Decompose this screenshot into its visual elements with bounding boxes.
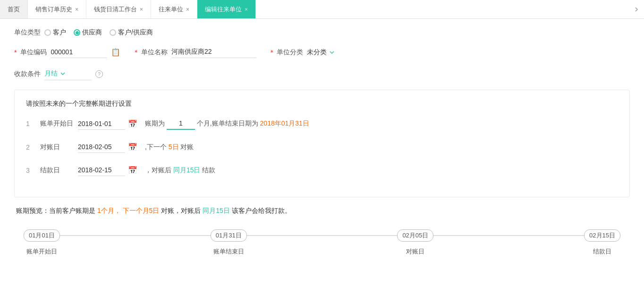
unit-classify-select[interactable]: 未分类 bbox=[307, 48, 335, 57]
payment-term-value: 月结 bbox=[44, 69, 58, 78]
unit-name-input[interactable] bbox=[171, 46, 256, 58]
setting-desc-1: 账期为 个月,账单结束日期为 2018年01月31日 bbox=[145, 118, 309, 130]
desc-prefix-3: ，对账后 bbox=[145, 166, 171, 174]
setting-date-3[interactable] bbox=[78, 164, 125, 176]
setting-desc-3: ，对账后 同月15日 结款 bbox=[145, 166, 215, 175]
radio-supplier[interactable]: 供应商 bbox=[74, 28, 102, 37]
calendar-icon-3[interactable]: 📅 bbox=[128, 166, 137, 175]
setting-row-2: 2 对账日 📅 ,下一个 5日 对账 bbox=[26, 141, 618, 153]
desc-prefix-1: 账期为 bbox=[145, 119, 165, 127]
payment-term-group: 收款条件 月结 ? bbox=[14, 68, 103, 80]
radio-both[interactable]: 客户/供应商 bbox=[110, 28, 153, 37]
desc-suffix-2: 对账 bbox=[180, 143, 194, 151]
node-label-4: 结款日 bbox=[593, 247, 611, 256]
radio-customer-label: 客户 bbox=[53, 28, 66, 37]
preview-part3: 同月15日 bbox=[203, 207, 230, 214]
unit-code-star: * bbox=[14, 49, 17, 56]
setting-desc-2: ,下一个 5日 对账 bbox=[145, 143, 194, 152]
radio-both-circle bbox=[110, 29, 116, 36]
unit-name-group: * 单位名称 bbox=[135, 46, 256, 58]
setting-row-3: 3 结款日 📅 ，对账后 同月15日 结款 bbox=[26, 164, 618, 176]
setting-field-2: 对账日 bbox=[40, 143, 78, 152]
unit-type-group: 单位类型 客户 供应商 客户/供应商 bbox=[14, 28, 153, 37]
unit-code-label: 单位编码 bbox=[20, 48, 47, 57]
main-content: 单位类型 客户 供应商 客户/供应商 * 单位编码 bbox=[0, 19, 644, 287]
preview-part2: 下一个月5日 bbox=[123, 207, 160, 214]
unit-type-radio-group: 客户 供应商 客户/供应商 bbox=[44, 28, 153, 37]
tab-sales-history-close[interactable]: × bbox=[75, 6, 78, 13]
node-badge-4: 02月15日 bbox=[584, 229, 620, 242]
calendar-icon-1[interactable]: 📅 bbox=[128, 119, 137, 128]
chevron-right-icon bbox=[634, 7, 639, 12]
timeline-node-2: 01月31日 账单结束日 bbox=[211, 229, 247, 256]
setting-row-1: 1 账单开始日 📅 账期为 个月,账单结束日期为 2018年01月31日 bbox=[26, 118, 618, 130]
preview-part1: 1个月， bbox=[97, 207, 121, 214]
payment-term-label: 收款条件 bbox=[14, 70, 41, 78]
node-label-3: 对账日 bbox=[406, 247, 424, 256]
unit-name-label: 单位名称 bbox=[141, 48, 168, 57]
tab-sales-history-label: 销售订单历史 bbox=[35, 5, 72, 14]
timeline-node-4: 02月15日 结款日 bbox=[584, 229, 620, 256]
setting-date-2[interactable] bbox=[78, 141, 125, 153]
preview-prefix: 账期预览：当前客户账期是 bbox=[16, 207, 95, 214]
unit-classify-label: 单位分类 bbox=[277, 48, 303, 57]
tab-bar: 首页 销售订单历史 × 钱货日清工作台 × 往来单位 × 编辑往来单位 × bbox=[0, 0, 644, 19]
node-badge-2: 01月31日 bbox=[211, 229, 247, 242]
settings-box: 请按照未来的一个完整帐期进行设置 1 账单开始日 📅 账期为 个月,账单结束日期… bbox=[14, 90, 630, 197]
radio-supplier-label: 供应商 bbox=[82, 28, 102, 37]
highlight-date-1: 2018年01月31日 bbox=[260, 119, 309, 127]
preview-text: 账期预览：当前客户账期是 1个月， 下一个月5日 对账，对账后 同月15日 该客… bbox=[14, 207, 630, 215]
desc-prefix-2: ,下一个 bbox=[145, 143, 167, 151]
unit-classify-star: * bbox=[271, 49, 273, 56]
tab-partner[interactable]: 往来单位 × bbox=[151, 0, 197, 18]
period-input[interactable] bbox=[167, 118, 195, 130]
tab-cashflow-close[interactable]: × bbox=[140, 6, 143, 13]
tab-sales-history[interactable]: 销售订单历史 × bbox=[28, 0, 86, 18]
tab-home[interactable]: 首页 bbox=[0, 0, 28, 18]
unit-code-copy-icon[interactable]: 📋 bbox=[111, 48, 120, 57]
radio-customer[interactable]: 客户 bbox=[44, 28, 66, 37]
unit-classify-value: 未分类 bbox=[307, 48, 327, 57]
setting-num-2: 2 bbox=[26, 144, 40, 151]
setting-field-1: 账单开始日 bbox=[40, 119, 78, 128]
desc-suffix-3: 结款 bbox=[202, 166, 215, 174]
tab-partner-close[interactable]: × bbox=[186, 6, 189, 13]
classify-chevron-icon bbox=[329, 49, 335, 56]
calendar-icon-2[interactable]: 📅 bbox=[128, 143, 137, 152]
tab-edit-partner-close[interactable]: × bbox=[245, 6, 248, 13]
tab-edit-partner-label: 编辑往来单位 bbox=[205, 5, 242, 14]
timeline-node-1: 01月01日 账单开始日 bbox=[24, 229, 60, 256]
tab-edit-partner[interactable]: 编辑往来单位 × bbox=[197, 0, 256, 18]
payment-term-chevron-icon bbox=[59, 70, 66, 77]
unit-type-row: 单位类型 客户 供应商 客户/供应商 bbox=[14, 28, 630, 37]
node-badge-3: 02月05日 bbox=[397, 229, 433, 242]
setting-date-1[interactable] bbox=[78, 118, 125, 130]
node-label-1: 账单开始日 bbox=[26, 247, 57, 256]
expand-tabs-button[interactable] bbox=[629, 0, 644, 18]
unit-classify-group: * 单位分类 未分类 bbox=[271, 48, 335, 57]
tab-partner-label: 往来单位 bbox=[159, 5, 183, 14]
desc-suffix-1: 个月,账单结束日期为 bbox=[197, 119, 258, 127]
unit-type-label: 单位类型 bbox=[14, 28, 41, 37]
timeline-container: 01月01日 账单开始日 01月31日 账单结束日 02月05日 对账日 02月… bbox=[14, 225, 630, 261]
preview-middle: 对账，对账后 bbox=[161, 207, 201, 214]
payment-term-row: 收款条件 月结 ? bbox=[14, 68, 630, 80]
radio-customer-circle bbox=[44, 29, 51, 36]
node-label-2: 账单结束日 bbox=[213, 247, 244, 256]
help-icon[interactable]: ? bbox=[95, 70, 103, 78]
setting-num-1: 1 bbox=[26, 120, 40, 127]
timeline-node-3: 02月05日 对账日 bbox=[397, 229, 433, 256]
unit-code-group: * 单位编码 📋 bbox=[14, 46, 120, 58]
unit-code-input[interactable] bbox=[51, 46, 107, 58]
radio-supplier-circle bbox=[74, 29, 80, 36]
timeline-nodes: 01月01日 账单开始日 01月31日 账单结束日 02月05日 对账日 02月… bbox=[24, 229, 620, 256]
setting-num-3: 3 bbox=[26, 167, 40, 174]
tab-cashflow-label: 钱货日清工作台 bbox=[94, 5, 137, 14]
tab-cashflow[interactable]: 钱货日清工作台 × bbox=[86, 0, 151, 18]
highlight-2: 5日 bbox=[169, 143, 179, 151]
node-badge-1: 01月01日 bbox=[24, 229, 60, 242]
tab-home-label: 首页 bbox=[8, 5, 20, 14]
settings-title: 请按照未来的一个完整帐期进行设置 bbox=[26, 100, 618, 108]
payment-term-select[interactable]: 月结 bbox=[44, 68, 92, 80]
preview-suffix: 该客户会给我打款。 bbox=[232, 207, 291, 214]
